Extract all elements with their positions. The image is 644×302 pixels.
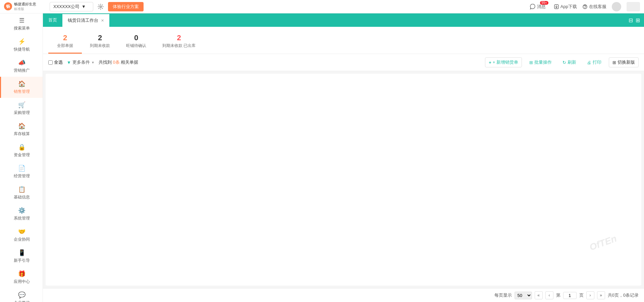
sidebar-item-purchase-label: 采购管理	[14, 110, 30, 116]
company-selector[interactable]: XXXXXX公司 ▼	[50, 2, 93, 11]
header-right: 消息 99+ App下载 在线客服	[530, 2, 640, 11]
sidebar-item-search-menu-label: 搜索菜单	[14, 25, 30, 31]
stat-shipped-label: 到期未收款 已出库	[162, 43, 196, 49]
prev-page-button[interactable]: ‹	[545, 291, 553, 299]
switch-new-version-button[interactable]: ⊞ 切换新版	[609, 57, 639, 67]
sidebar-item-finance[interactable]: 🔒 资金管理	[0, 140, 43, 161]
page-size-select[interactable]: 50 100 200	[515, 292, 532, 299]
basic-info-icon: 📋	[18, 186, 25, 193]
enterprise-icon: 🤝	[18, 228, 25, 235]
sidebar-item-app-center-label: 应用中心	[14, 279, 30, 285]
page-input[interactable]	[563, 292, 577, 299]
print-icon: 🖨	[587, 60, 591, 65]
sidebar-item-wechat-label: 企业微信	[14, 300, 30, 302]
logo-icon: 畅	[4, 2, 12, 10]
refresh-button[interactable]: ↻ 刷新	[559, 58, 580, 67]
found-count: 0条	[113, 60, 119, 65]
sidebar-item-guide-label: 新手引导	[14, 258, 30, 263]
chevron-down-icon: ▼	[82, 4, 86, 9]
user-menu[interactable]	[627, 2, 640, 11]
tab-workbench[interactable]: 钱货日清工作台 ✕	[62, 13, 109, 27]
toolbar-right: + + 新增销货单 ⊞ 批量操作 ↻ 刷新 🖨 打印	[485, 57, 639, 67]
page-end-label: 页	[579, 292, 584, 298]
settings-button[interactable]	[96, 2, 105, 11]
select-all-label: 全选	[54, 59, 63, 65]
filter-button[interactable]: ▼ 更多条件 ▼	[67, 59, 95, 65]
sidebar-item-quick-nav[interactable]: ⚡ 快捷导航	[0, 35, 43, 56]
finance-icon: 🔒	[18, 143, 25, 151]
top-header: 畅 畅捷通好生意 标准版 XXXXXX公司 ▼ 体验行业方案 消息 99+	[0, 0, 644, 13]
sidebar-item-marketing[interactable]: 📣 营销推广	[0, 56, 43, 77]
svg-point-3	[585, 8, 585, 8]
stat-tab-shipped[interactable]: 2 到期未收款 已出库	[154, 31, 204, 54]
message-badge: 99+	[540, 1, 548, 5]
sidebar-item-system-label: 系统管理	[14, 216, 30, 221]
online-service-label: 在线客服	[589, 4, 606, 10]
sidebar-item-system[interactable]: ⚙️ 系统管理	[0, 203, 43, 225]
tab-maximize-button[interactable]: ⊞	[636, 17, 640, 23]
sidebar-item-operations[interactable]: 📄 经营管理	[0, 161, 43, 182]
tab-bar-actions: ⊟ ⊞	[629, 17, 644, 23]
sidebar-item-purchase[interactable]: 🛒 采购管理	[0, 98, 43, 119]
logo-text: 畅捷通好生意	[14, 2, 36, 6]
total-label: 共0页，0条记录	[608, 292, 639, 298]
sidebar-item-finance-label: 资金管理	[14, 152, 30, 158]
sidebar-item-wechat[interactable]: 💬 企业微信	[0, 288, 43, 302]
sidebar-item-search-menu[interactable]: ☰ 搜索菜单	[0, 13, 43, 35]
sidebar-item-app-center[interactable]: 🎁 应用中心	[0, 267, 43, 288]
stat-shipped-number: 2	[177, 34, 181, 42]
toolbar: 全选 ▼ 更多条件 ▼ 共找到 0条 相关单据 + + 新增销货单	[43, 54, 644, 71]
tab-close-icon[interactable]: ✕	[101, 18, 104, 23]
marketing-icon: 📣	[18, 59, 25, 66]
experience-button[interactable]: 体验行业方案	[108, 2, 144, 11]
app-center-icon: 🎁	[18, 270, 25, 278]
guide-icon: 📱	[18, 249, 25, 256]
sidebar-item-sales[interactable]: 🏠 销售管理	[0, 77, 43, 98]
page-label: 第	[556, 292, 560, 298]
content-area: 2 全部单据 2 到期未收款 0 旺铺待确认 2 到期未收款 已出库	[43, 27, 644, 302]
next-page-button[interactable]: ›	[586, 291, 594, 299]
print-button[interactable]: 🖨 打印	[584, 58, 605, 67]
stat-tab-overdue[interactable]: 2 到期未收款	[82, 31, 118, 54]
search-menu-icon: ☰	[19, 17, 24, 24]
message-button[interactable]: 消息 99+	[530, 4, 546, 10]
sidebar-item-basic-info[interactable]: 📋 基础信息	[0, 182, 43, 203]
company-name: XXXXXX公司	[53, 4, 79, 10]
select-all-input[interactable]	[48, 60, 53, 65]
app-download-button[interactable]: App下载	[554, 4, 577, 10]
switch-icon: ⊞	[612, 60, 616, 65]
sidebar-item-inventory[interactable]: 🏠 库存核算	[0, 119, 43, 140]
sidebar-item-marketing-label: 营销推广	[14, 68, 30, 73]
filter-chevron-icon: ▼	[91, 61, 95, 64]
sidebar-item-basic-info-label: 基础信息	[14, 194, 30, 200]
add-sale-button[interactable]: + + 新增销货单	[485, 57, 522, 67]
avatar[interactable]	[612, 2, 621, 11]
app-download-label: App下载	[560, 4, 577, 10]
select-all-checkbox[interactable]: 全选	[48, 59, 63, 65]
sidebar-item-enterprise[interactable]: 🤝 企业协同	[0, 225, 43, 246]
tab-bar: 首页 钱货日清工作台 ✕ ⊟ ⊞	[43, 13, 644, 27]
logo-area: 畅 畅捷通好生意 标准版	[4, 2, 47, 11]
stat-tab-all[interactable]: 2 全部单据	[48, 31, 82, 54]
sidebar-item-quick-nav-label: 快捷导航	[14, 47, 30, 52]
online-service-button[interactable]: 在线客服	[582, 4, 606, 10]
batch-operation-button[interactable]: ⊞ 批量操作	[526, 58, 555, 67]
sidebar-item-enterprise-label: 企业协同	[14, 237, 30, 242]
filter-label: 更多条件	[72, 59, 90, 65]
stat-overdue-label: 到期未收款	[90, 43, 110, 49]
stat-all-label: 全部单据	[57, 43, 73, 49]
sidebar-item-inventory-label: 库存核算	[14, 131, 30, 137]
first-page-button[interactable]: «	[535, 291, 543, 299]
sidebar-item-guide[interactable]: 📱 新手引导	[0, 246, 43, 267]
tab-minimize-button[interactable]: ⊟	[629, 17, 633, 23]
sidebar-item-sales-label: 销售管理	[14, 89, 30, 95]
app-body: ☰ 搜索菜单 ⚡ 快捷导航 📣 营销推广 🏠 销售管理 🛒 采购管理 🏠 库存核…	[0, 13, 644, 302]
stat-pending-number: 0	[134, 34, 138, 42]
purchase-icon: 🛒	[18, 101, 25, 109]
tab-home[interactable]: 首页	[43, 13, 62, 27]
stat-tab-pending[interactable]: 0 旺铺待确认	[118, 31, 154, 54]
svg-point-0	[100, 6, 102, 7]
page-size-label: 每页显示	[494, 292, 512, 298]
last-page-button[interactable]: »	[597, 291, 605, 299]
quick-nav-icon: ⚡	[18, 38, 25, 45]
